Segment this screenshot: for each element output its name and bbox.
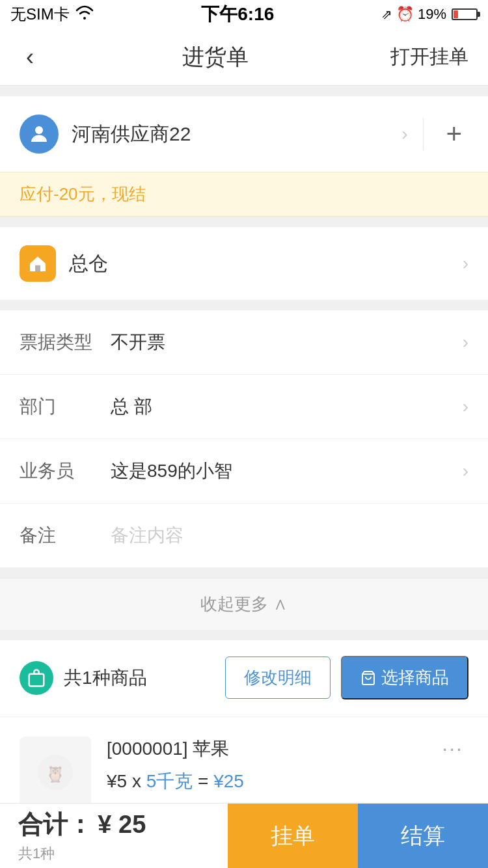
select-product-button[interactable]: 选择商品 — [341, 656, 468, 699]
nav-bar: ‹ 进货单 打开挂单 — [0, 29, 488, 86]
content: 河南供应商22 › + 应付-20元，现结 总仓 › 票据类型 不开票 › — [0, 96, 488, 868]
svg-rect-1 — [35, 265, 40, 271]
warehouse-card[interactable]: 总仓 › — [0, 227, 488, 300]
battery-percent: 19% — [418, 6, 446, 23]
chevron-right-icon: › — [463, 396, 468, 417]
chevron-right-icon: › — [463, 253, 468, 274]
warehouse-name: 总仓 — [69, 251, 463, 277]
department-value: 总 部 — [111, 394, 463, 419]
signal-label: 无SIM卡 — [10, 4, 70, 25]
shopping-bag-icon — [27, 668, 46, 688]
modify-detail-button[interactable]: 修改明细 — [225, 657, 331, 699]
salesman-row[interactable]: 业务员 这是859的小智 › — [0, 439, 488, 504]
invoice-type-value: 不开票 — [111, 330, 463, 355]
person-icon — [27, 122, 51, 146]
svg-point-0 — [35, 126, 43, 134]
department-label: 部门 — [20, 394, 111, 419]
price-equals: = — [198, 771, 213, 791]
alarm-icon: ⏰ — [396, 6, 414, 23]
total-price: ¥25 — [213, 771, 244, 791]
products-section: 共1种商品 修改明细 选择商品 🦉 [0000001] — [0, 640, 488, 828]
location-icon: ⇗ — [381, 7, 392, 22]
warehouse-row[interactable]: 总仓 › — [0, 227, 488, 300]
svg-text:🦉: 🦉 — [46, 765, 65, 783]
total-label: 合计： — [18, 811, 92, 838]
products-count: 共1种商品 — [64, 666, 225, 690]
total-count: 共1种 — [18, 844, 210, 863]
open-hang-button[interactable]: 打开挂单 — [390, 44, 468, 70]
svg-rect-2 — [29, 673, 44, 686]
product-thumbnail: 🦉 — [20, 737, 91, 808]
home-icon — [27, 253, 48, 274]
supplier-card: 河南供应商22 › + 应付-20元，现结 — [0, 96, 488, 217]
add-button[interactable]: + — [439, 118, 468, 150]
battery-fill — [454, 10, 458, 18]
wifi-icon — [75, 5, 94, 23]
chevron-right-icon: › — [401, 124, 407, 144]
cart-icon — [360, 670, 376, 686]
unit-price: ¥5 x — [107, 771, 146, 791]
supplier-row[interactable]: 河南供应商22 › + — [0, 96, 488, 172]
salesman-value: 这是859的小智 — [111, 459, 463, 483]
hang-button[interactable]: 挂单 — [228, 804, 358, 868]
total-section: 合计： ¥ 25 共1种 — [0, 804, 228, 868]
total-amount: 合计： ¥ 25 — [18, 808, 210, 841]
total-value: ¥ 25 — [98, 811, 146, 838]
product-info: [0000001] 苹果 ¥5 x 5千克 = ¥25 — [107, 737, 437, 794]
status-time: 下午6:16 — [201, 2, 274, 27]
form-card: 票据类型 不开票 › 部门 总 部 › 业务员 这是859的小智 › 备注 备注… — [0, 310, 488, 567]
status-right: ⇗ ⏰ 19% — [381, 6, 478, 23]
remark-row[interactable]: 备注 备注内容 — [0, 504, 488, 567]
select-product-label: 选择商品 — [381, 666, 449, 689]
supplier-avatar — [20, 115, 59, 154]
invoice-type-label: 票据类型 — [20, 330, 111, 355]
product-price: ¥5 x 5千克 = ¥25 — [107, 769, 437, 794]
more-options-button[interactable]: ··· — [437, 737, 468, 761]
page-title: 进货单 — [182, 42, 249, 72]
product-title: 苹果 — [193, 739, 229, 759]
remark-label: 备注 — [20, 523, 111, 548]
collapse-bar[interactable]: 收起更多 ∧ — [0, 578, 488, 630]
products-icon — [20, 661, 53, 695]
quantity: 5千克 — [146, 771, 193, 791]
status-left: 无SIM卡 — [10, 4, 94, 25]
product-code: [0000001] — [107, 739, 193, 759]
status-bar: 无SIM卡 下午6:16 ⇗ ⏰ 19% — [0, 0, 488, 29]
chevron-right-icon: › — [463, 461, 468, 481]
divider — [423, 118, 424, 150]
product-name: [0000001] 苹果 — [107, 737, 437, 761]
salesman-label: 业务员 — [20, 459, 111, 483]
owl-logo-icon: 🦉 — [36, 753, 75, 792]
department-row[interactable]: 部门 总 部 › — [0, 375, 488, 439]
invoice-type-row[interactable]: 票据类型 不开票 › — [0, 310, 488, 375]
supplier-name: 河南供应商22 — [72, 121, 401, 148]
settle-button[interactable]: 结算 — [358, 804, 488, 868]
remark-input[interactable]: 备注内容 — [111, 523, 468, 548]
warehouse-icon — [20, 245, 56, 282]
chevron-right-icon: › — [463, 332, 468, 353]
bottom-bar: 合计： ¥ 25 共1种 挂单 结算 — [0, 803, 488, 868]
battery-icon — [452, 8, 478, 20]
notice-bar: 应付-20元，现结 — [0, 172, 488, 217]
back-button[interactable]: ‹ — [20, 37, 40, 77]
products-header: 共1种商品 修改明细 选择商品 — [0, 640, 488, 715]
